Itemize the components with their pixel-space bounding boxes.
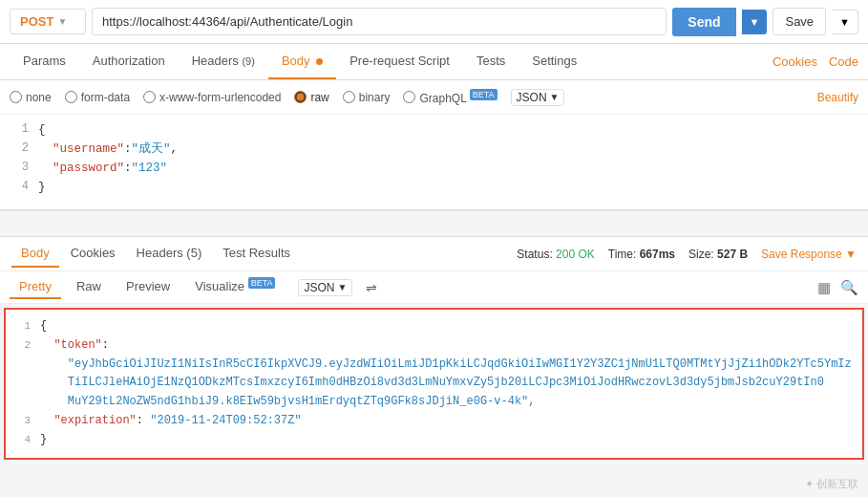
tab-params[interactable]: Params	[10, 44, 79, 79]
code-line-2: 2 "username":"成天",	[0, 140, 868, 159]
section-divider	[0, 210, 868, 237]
resp-sub-right: ▦ 🔍	[817, 279, 858, 296]
radio-graphql[interactable]: GraphQL BETA	[403, 90, 497, 105]
save-dropdown-button[interactable]: ▼	[832, 10, 858, 34]
response-status-bar: Body Cookies Headers (5) Test Results St…	[0, 237, 868, 271]
code-link[interactable]: Code	[829, 54, 858, 69]
radio-raw[interactable]: raw	[294, 91, 328, 104]
code-line-3: 3 "password":"123"	[0, 159, 868, 178]
method-selector[interactable]: POST ▼	[10, 9, 86, 34]
format-selector[interactable]: JSON ▼	[511, 89, 565, 106]
visualize-beta-badge: BETA	[248, 277, 276, 289]
save-button[interactable]: Save	[773, 8, 826, 35]
code-editor[interactable]: 1 { 2 "username":"成天", 3 "password":"123…	[0, 115, 868, 210]
resp-subtab-visualize[interactable]: Visualize BETA	[185, 274, 285, 299]
format-value: JSON	[517, 91, 547, 104]
resp-search-icon[interactable]: 🔍	[840, 279, 858, 296]
response-output: 1 { 2 "token": "eyJhbGciOiJIUzI1NiIsInR5…	[4, 308, 864, 460]
tab-pre-request[interactable]: Pre-request Script	[336, 44, 463, 79]
status-info: Status: 200 OK Time: 667ms Size: 527 B S…	[517, 248, 857, 261]
send-dropdown-button[interactable]: ▼	[742, 10, 768, 34]
resp-subtab-pretty[interactable]: Pretty	[10, 275, 61, 299]
resp-subtab-preview[interactable]: Preview	[116, 275, 180, 299]
resp-line-4: 3 "expiration": "2019-11-24T09:52:37Z"	[11, 412, 857, 431]
tab-body[interactable]: Body	[268, 44, 336, 79]
resp-tab-testresults[interactable]: Test Results	[213, 240, 300, 268]
resp-line-3b: TiILCJleHAiOjE1NzQ1ODkzMTcsImxzcyI6Imh0d…	[11, 374, 857, 393]
request-tabs: Params Authorization Headers (9) Body Pr…	[0, 44, 868, 80]
code-line-1: 1 {	[0, 120, 868, 140]
response-subtabs: Pretty Raw Preview Visualize BETA JSON ▼…	[0, 271, 868, 304]
save-response-button[interactable]: Save Response ▼	[761, 248, 857, 261]
resp-line-5: 4 }	[11, 431, 857, 450]
tab-headers[interactable]: Headers (9)	[179, 44, 268, 79]
size-label: Size: 527 B	[688, 248, 748, 261]
resp-copy-icon[interactable]: ▦	[817, 279, 831, 296]
radio-none[interactable]: none	[10, 91, 52, 104]
resp-tab-cookies[interactable]: Cookies	[61, 240, 125, 268]
response-tabs: Body Cookies Headers (5) Test Results	[11, 240, 509, 268]
resp-format-selector[interactable]: JSON ▼	[298, 279, 352, 296]
code-line-4: 4 }	[0, 178, 868, 197]
format-dropdown-arrow: ▼	[550, 92, 560, 102]
cookies-link[interactable]: Cookies	[773, 54, 817, 69]
time-value: 667ms	[640, 248, 675, 261]
resp-line-3c: MuY29tL2NoZW5ndG1hbiJ9.k8EIw59bjvsH1mErd…	[11, 393, 857, 412]
status-value: 200 OK	[556, 248, 595, 261]
tab-tests[interactable]: Tests	[463, 44, 519, 79]
resp-wrap-icon[interactable]: ⇌	[366, 280, 377, 295]
top-bar: POST ▼ Send ▼ Save ▼	[0, 0, 868, 44]
resp-line-1: 1 {	[11, 317, 857, 336]
resp-tab-body[interactable]: Body	[11, 240, 59, 268]
radio-urlencoded[interactable]: x-www-form-urlencoded	[143, 91, 281, 104]
radio-formdata[interactable]: form-data	[65, 91, 130, 104]
radio-binary[interactable]: binary	[343, 91, 391, 104]
status-label: Status: 200 OK	[517, 248, 594, 261]
time-label: Time: 667ms	[608, 248, 675, 261]
resp-format-value: JSON	[304, 281, 334, 294]
tab-settings[interactable]: Settings	[519, 44, 590, 79]
resp-format-arrow: ▼	[338, 282, 348, 292]
method-dropdown-arrow: ▼	[57, 16, 75, 27]
size-value: 527 B	[717, 248, 748, 261]
request-tab-right: Cookies Code	[773, 54, 858, 69]
resp-tab-headers[interactable]: Headers (5)	[127, 240, 212, 268]
resp-line-3: "eyJhbGciOiJIUzI1NiIsInR5cCI6IkpXVCJ9.ey…	[11, 356, 857, 375]
send-button[interactable]: Send	[672, 8, 735, 36]
method-value: POST	[20, 14, 53, 29]
tab-authorization[interactable]: Authorization	[79, 44, 179, 79]
resp-subtab-raw[interactable]: Raw	[67, 275, 111, 299]
url-input[interactable]	[92, 8, 667, 35]
beautify-button[interactable]: Beautify	[817, 91, 858, 104]
body-subtabs: none form-data x-www-form-urlencoded raw…	[0, 80, 868, 115]
resp-line-2: 2 "token":	[11, 336, 857, 356]
